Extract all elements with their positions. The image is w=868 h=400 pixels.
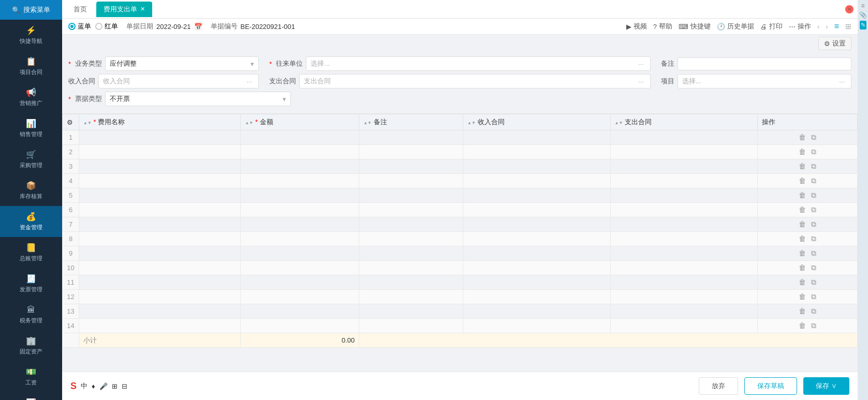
expense-contract-more[interactable]: ··· — [636, 78, 646, 85]
calendar-icon[interactable]: 📅 — [194, 23, 202, 31]
copy-btn-6[interactable]: ⧉ — [811, 205, 816, 214]
copy-btn-7[interactable]: ⧉ — [811, 220, 816, 228]
cell-amount-1[interactable] — [241, 130, 359, 145]
delete-btn-2[interactable]: 🗑 — [799, 147, 806, 156]
cell-amount-2[interactable] — [241, 145, 359, 159]
cell-amount-10[interactable] — [241, 261, 359, 275]
number-value[interactable]: BE-20220921-001 — [241, 23, 296, 31]
sidebar-item-salary[interactable]: 💵工资 — [0, 361, 62, 392]
cell-expense-name-6[interactable] — [79, 203, 241, 217]
history-btn[interactable]: 🕐 历史单据 — [717, 22, 754, 31]
nav-prev-btn[interactable]: ‹ — [817, 23, 819, 31]
cell-expense-contract-13[interactable] — [610, 304, 757, 319]
cell-expense-contract-3[interactable] — [610, 159, 757, 174]
cell-expense-name-13[interactable] — [79, 304, 241, 319]
sidebar-item-fund-mgmt[interactable]: 💰资金管理 — [0, 206, 62, 237]
cell-expense-contract-10[interactable] — [610, 261, 757, 275]
cell-income-contract-2[interactable] — [463, 145, 610, 159]
cell-remark-2[interactable] — [359, 145, 463, 159]
sidebar-item-fixed-assets[interactable]: 🏢固定资产 — [0, 330, 62, 361]
cell-income-contract-12[interactable] — [463, 290, 610, 304]
cell-income-contract-7[interactable] — [463, 217, 610, 232]
cell-income-contract-1[interactable] — [463, 130, 610, 145]
cell-expense-contract-2[interactable] — [610, 145, 757, 159]
sort-icon-expense[interactable]: ▲▼ — [83, 121, 92, 125]
cell-remark-8[interactable] — [359, 232, 463, 246]
copy-btn-5[interactable]: ⧉ — [811, 191, 816, 199]
cell-amount-11[interactable] — [241, 275, 359, 290]
cell-remark-1[interactable] — [359, 130, 463, 145]
cell-remark-5[interactable] — [359, 188, 463, 203]
cell-expense-contract-8[interactable] — [610, 232, 757, 246]
cell-amount-3[interactable] — [241, 159, 359, 174]
cell-expense-contract-14[interactable] — [610, 319, 757, 333]
sidebar-item-inventory[interactable]: 📦库存核算 — [0, 175, 62, 206]
delete-btn-1[interactable]: 🗑 — [799, 133, 806, 141]
sidebar-item-accounting[interactable]: 📒总账管理 — [0, 237, 62, 268]
cell-income-contract-8[interactable] — [463, 232, 610, 246]
right-panel-icon-1[interactable]: ≡ — [861, 2, 864, 9]
cell-income-contract-6[interactable] — [463, 203, 610, 217]
cell-amount-5[interactable] — [241, 188, 359, 203]
right-panel-icon-3[interactable]: ✎ — [860, 21, 866, 29]
cell-expense-contract-6[interactable] — [610, 203, 757, 217]
cell-expense-contract-1[interactable] — [610, 130, 757, 145]
th-settings[interactable]: ⚙ — [63, 114, 79, 130]
cell-remark-6[interactable] — [359, 203, 463, 217]
save-draft-button[interactable]: 保存草稿 — [744, 377, 797, 395]
settings-btn[interactable]: ⚙ 设置 — [818, 37, 851, 50]
radio-blue[interactable]: 蓝单 — [68, 22, 91, 31]
copy-btn-12[interactable]: ⧉ — [811, 292, 816, 301]
cell-expense-name-9[interactable] — [79, 246, 241, 261]
cell-amount-14[interactable] — [241, 319, 359, 333]
copy-btn-11[interactable]: ⧉ — [811, 278, 816, 286]
cell-expense-name-7[interactable] — [79, 217, 241, 232]
copy-btn-2[interactable]: ⧉ — [811, 147, 816, 156]
delete-btn-9[interactable]: 🗑 — [799, 249, 806, 257]
delete-btn-4[interactable]: 🗑 — [799, 176, 806, 185]
sidebar-item-invoice-mgmt[interactable]: 🧾发票管理 — [0, 268, 62, 299]
cell-remark-11[interactable] — [359, 275, 463, 290]
delete-btn-3[interactable]: 🗑 — [799, 162, 806, 170]
copy-btn-4[interactable]: ⧉ — [811, 176, 816, 185]
cell-expense-name-12[interactable] — [79, 290, 241, 304]
cell-expense-name-8[interactable] — [79, 232, 241, 246]
invoice-type-select[interactable]: 不开票 ▾ — [105, 92, 291, 106]
radio-red[interactable]: 红单 — [95, 22, 118, 31]
close-button[interactable]: ✕ — [845, 5, 854, 13]
sidebar-item-ops-mgmt[interactable]: 📈经营管理 — [0, 392, 62, 400]
cell-remark-13[interactable] — [359, 304, 463, 319]
income-contract-select[interactable]: 收入合同 ··· — [98, 74, 259, 88]
cell-amount-7[interactable] — [241, 217, 359, 232]
save-button[interactable]: 保存 ∨ — [803, 377, 849, 395]
cell-expense-contract-12[interactable] — [610, 290, 757, 304]
delete-btn-7[interactable]: 🗑 — [799, 220, 806, 228]
delete-btn-6[interactable]: 🗑 — [799, 205, 806, 214]
cell-expense-name-11[interactable] — [79, 275, 241, 290]
operations-btn[interactable]: ⋯ 操作 — [789, 22, 811, 31]
cell-amount-8[interactable] — [241, 232, 359, 246]
cell-remark-7[interactable] — [359, 217, 463, 232]
sidebar-item-tax-mgmt[interactable]: 🏛税务管理 — [0, 299, 62, 330]
sidebar-search[interactable]: 🔍 搜索菜单 — [0, 0, 62, 20]
delete-btn-5[interactable]: 🗑 — [799, 191, 806, 199]
sidebar-item-project-contract[interactable]: 📋项目合同 — [0, 51, 62, 82]
remark-input[interactable] — [678, 57, 851, 70]
cell-amount-6[interactable] — [241, 203, 359, 217]
delete-btn-14[interactable]: 🗑 — [799, 321, 806, 330]
cell-expense-contract-9[interactable] — [610, 246, 757, 261]
project-more[interactable]: ··· — [837, 78, 847, 85]
copy-btn-8[interactable]: ⧉ — [811, 234, 816, 243]
copy-btn-14[interactable]: ⧉ — [811, 321, 816, 330]
view-grid-btn[interactable]: ⊞ — [845, 22, 851, 31]
nav-next-btn[interactable]: › — [826, 23, 828, 31]
cell-expense-name-10[interactable] — [79, 261, 241, 275]
delete-btn-8[interactable]: 🗑 — [799, 234, 806, 243]
sidebar-item-sales-promo[interactable]: 📢营销推广 — [0, 82, 62, 113]
cell-expense-name-4[interactable] — [79, 174, 241, 188]
cell-amount-4[interactable] — [241, 174, 359, 188]
sidebar-item-quick-nav[interactable]: ⚡快捷导航 — [0, 20, 62, 51]
discard-button[interactable]: 放弃 — [699, 377, 738, 395]
expense-contract-select[interactable]: 支出合同 ··· — [299, 74, 651, 88]
delete-btn-10[interactable]: 🗑 — [799, 263, 806, 272]
